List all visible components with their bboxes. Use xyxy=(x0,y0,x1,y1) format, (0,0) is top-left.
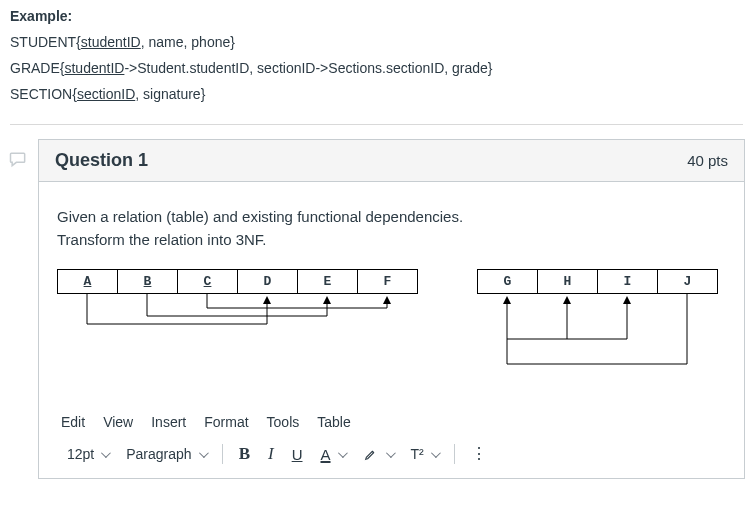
menu-table[interactable]: Table xyxy=(317,414,350,430)
underline-button[interactable]: U xyxy=(286,444,309,465)
editor-menubar: Edit View Insert Format Tools Table xyxy=(57,412,726,440)
attr-H: H xyxy=(538,270,598,294)
menu-edit[interactable]: Edit xyxy=(61,414,85,430)
example-title: Example: xyxy=(10,8,743,24)
schema-section-rest: , signature} xyxy=(135,86,205,102)
attr-E: E xyxy=(298,270,358,294)
schema-grade: GRADE{studentID->Student.studentID, sect… xyxy=(10,60,743,76)
relation-table: A B C D E F G H I J xyxy=(57,269,718,294)
schema-section-prefix: SECTION{ xyxy=(10,86,77,102)
menu-insert[interactable]: Insert xyxy=(151,414,186,430)
attr-J: J xyxy=(658,270,718,294)
editor-toolbar: 12pt Paragraph B I U A T² ⋮ xyxy=(57,440,726,468)
italic-button[interactable]: I xyxy=(262,442,280,466)
fd-diagram xyxy=(57,294,726,394)
attr-A: A xyxy=(58,270,118,294)
text-color-button[interactable]: A xyxy=(315,444,351,465)
attr-I: I xyxy=(598,270,658,294)
question-prompt: Given a relation (table) and existing fu… xyxy=(57,206,726,251)
schema-section: SECTION{sectionID, signature} xyxy=(10,86,743,102)
bold-button[interactable]: B xyxy=(233,442,256,466)
schema-grade-rest: ->Student.studentID, sectionID->Sections… xyxy=(124,60,492,76)
attr-B: B xyxy=(118,270,178,294)
toolbar-separator-2 xyxy=(454,444,455,464)
speech-bubble-icon xyxy=(8,149,30,171)
question-header: Question 1 40 pts xyxy=(39,140,744,182)
schema-student-rest: , name, phone} xyxy=(141,34,235,50)
font-size-dropdown[interactable]: 12pt xyxy=(61,444,114,464)
superscript-button[interactable]: T² xyxy=(405,444,444,464)
question-wrap: Question 1 40 pts Given a relation (tabl… xyxy=(0,139,753,479)
menu-tools[interactable]: Tools xyxy=(267,414,300,430)
toolbar-separator xyxy=(222,444,223,464)
gap-cell xyxy=(418,270,478,294)
superscript-label: T² xyxy=(411,446,424,462)
schema-student-prefix: STUDENT{ xyxy=(10,34,81,50)
question-body: Given a relation (table) and existing fu… xyxy=(39,182,744,478)
schema-student: STUDENT{studentID, name, phone} xyxy=(10,34,743,50)
question-card: Question 1 40 pts Given a relation (tabl… xyxy=(38,139,745,479)
highlight-icon xyxy=(363,446,379,462)
menu-format[interactable]: Format xyxy=(204,414,248,430)
schema-grade-prefix: GRADE{ xyxy=(10,60,64,76)
attr-F: F xyxy=(358,270,418,294)
schema-student-pk: studentID xyxy=(81,34,141,50)
text-color-icon: A xyxy=(321,446,331,463)
prompt-line1: Given a relation (table) and existing fu… xyxy=(57,208,463,225)
attr-C: C xyxy=(178,270,238,294)
font-size-value: 12pt xyxy=(67,446,94,462)
schema-section-pk: sectionID xyxy=(77,86,135,102)
fd-arrows-svg xyxy=(57,294,717,394)
question-title: Question 1 xyxy=(55,150,148,171)
more-button[interactable]: ⋮ xyxy=(465,444,493,464)
block-format-dropdown[interactable]: Paragraph xyxy=(120,444,211,464)
question-points: 40 pts xyxy=(687,152,728,169)
prompt-line2: Transform the relation into 3NF. xyxy=(57,231,267,248)
block-format-value: Paragraph xyxy=(126,446,191,462)
menu-view[interactable]: View xyxy=(103,414,133,430)
attr-G: G xyxy=(478,270,538,294)
divider xyxy=(10,124,743,125)
schema-grade-pk: studentID xyxy=(64,60,124,76)
highlight-button[interactable] xyxy=(357,444,399,464)
example-block: Example: STUDENT{studentID, name, phone}… xyxy=(0,0,753,118)
attr-D: D xyxy=(238,270,298,294)
